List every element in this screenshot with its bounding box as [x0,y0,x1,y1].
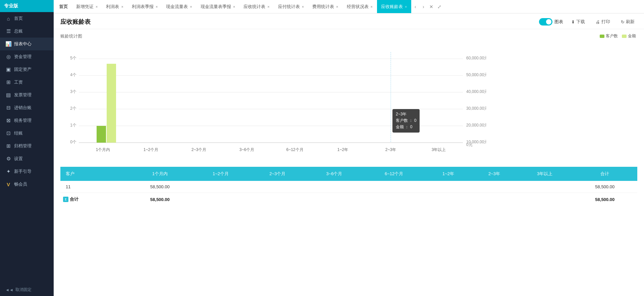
svg-text:3~6个月: 3~6个月 [239,147,254,152]
tab-prev-btn[interactable]: ‹ [411,3,419,11]
tfoot-3-6month [306,193,363,206]
svg-text:1个: 1个 [70,123,76,128]
sidebar-item-settings[interactable]: ⚙ 设置 [0,152,54,165]
svg-text:1~2年: 1~2年 [337,147,348,152]
tab-operation-close[interactable]: × [371,5,373,9]
table-header: 客户 1个月内 1~2个月 2~3个月 3~6个月 6~12个月 1~2年 2~… [60,167,637,181]
tab-expense[interactable]: 费用统计表 × [308,0,342,13]
tab-cashflow-close[interactable]: × [190,5,192,9]
sidebar-item-assets[interactable]: ▣ 固定资产 [0,63,54,76]
download-btn[interactable]: ⬇ 下载 [569,17,588,26]
legend-customer-label: 客户数 [606,33,618,39]
sidebar-item-reports[interactable]: 📊 报表中心 [0,38,54,50]
tab-cashflow-label: 现金流量表 [166,4,188,10]
total-icon: Σ [63,197,68,202]
tab-close-all-btn[interactable]: ✕ [427,3,435,11]
sidebar-item-vip[interactable]: V 畅会员 [0,178,54,191]
sidebar-item-funds[interactable]: ◎ 资金管理 [0,50,54,63]
tab-next-btn[interactable]: › [419,3,427,11]
sidebar-item-label: 总账 [14,28,23,34]
tfoot-6-12month [363,193,425,206]
td-2-3month [249,181,306,193]
sidebar-item-archive[interactable]: ⊞ 归档管理 [0,140,54,152]
tab-expand-btn[interactable]: ⤢ [435,3,443,11]
sidebar-item-label: 工资 [14,79,23,85]
download-icon: ⬇ [571,19,575,24]
tab-profit-close[interactable]: × [121,5,123,9]
td-1-2year [425,181,471,193]
tab-profit[interactable]: 利润表 × [102,0,127,13]
sidebar-item-guide[interactable]: ✦ 新手引导 [0,165,54,178]
refresh-btn[interactable]: ↻ 刷新 [618,17,637,26]
table-header-row: 客户 1个月内 1~2个月 2~3个月 3~6个月 6~12个月 1~2年 2~… [60,167,637,181]
tab-cashflow-quarter[interactable]: 现金流量表季报 × [197,0,239,13]
sidebar-item-label: 固定资产 [14,66,32,72]
tab-voucher-label: 新增凭证 [76,4,94,10]
sidebar-item-tax[interactable]: ⊠ 税务管理 [0,114,54,127]
tfoot-total: 58,500.00 [572,193,637,206]
svg-text:0元: 0元 [466,142,473,147]
sidebar-item-invoice[interactable]: ▤ 发票管理 [0,89,54,101]
tab-aging-close[interactable]: × [405,5,407,9]
tab-cashflow[interactable]: 现金流量表 × [162,0,196,13]
page-title: 应收账龄表 [60,18,91,26]
table-body: 11 58,500.00 58,500.00 [60,181,637,193]
tab-home[interactable]: 首页 [55,0,72,13]
sidebar-item-label: 畅会员 [14,181,27,187]
tab-home-label: 首页 [59,4,68,10]
sidebar-item-ledger[interactable]: ☰ 总账 [0,25,54,38]
tab-aging[interactable]: 应收账龄表 × [377,0,411,13]
tab-bar: 首页 新增凭证 × 利润表 × 利润表季报 × 现金流量表 × 现金流量表季报 … [54,0,644,13]
tab-payable[interactable]: 应付统计表 × [274,0,308,13]
th-6-12month: 6~12个月 [363,167,425,181]
tab-cashflow-quarter-close[interactable]: × [233,5,235,9]
sidebar-collapse-btn[interactable]: ◄◄ 取消固定 [0,284,54,296]
th-3-6month: 3~6个月 [306,167,363,181]
tab-profit-quarter[interactable]: 利润表季报 × [128,0,162,13]
print-btn[interactable]: 🖨 打印 [593,17,613,26]
tab-expense-close[interactable]: × [336,5,338,9]
chart-legend: 客户数 金额 [600,33,636,39]
guide-icon: ✦ [5,168,11,175]
legend-customer-color [600,35,604,38]
sidebar-item-label: 税务管理 [14,117,32,124]
chart-toggle[interactable] [539,18,552,26]
td-3-6month [306,181,363,193]
tab-receivable[interactable]: 应收统计表 × [239,0,274,13]
sidebar-item-label: 结账 [14,130,23,136]
tab-aging-label: 应收账龄表 [381,4,403,10]
sidebar-item-closing[interactable]: ⊡ 结账 [0,127,54,140]
svg-text:40,000.00元: 40,000.00元 [466,89,486,94]
sidebar-item-inventory[interactable]: ⊟ 进销台账 [0,101,54,114]
tab-receivable-close[interactable]: × [267,5,269,9]
page-content: 应收账龄表 图表 ⬇ 下载 🖨 打印 ↻ 刷新 [54,13,644,296]
table-footer-row: Σ 合计 58,500.00 58,500.00 [60,193,637,206]
tab-voucher[interactable]: 新增凭证 × [72,0,102,13]
tfoot-1month: 58,500.00 [127,193,192,206]
svg-text:1~2个月: 1~2个月 [144,147,158,152]
sidebar-item-label: 发票管理 [14,92,32,98]
chart-toggle-wrap: 图表 [539,18,563,26]
sidebar: 专业版 ⌂ 首页 ☰ 总账 📊 报表中心 ◎ 资金管理 ▣ 固定资产 ⊞ 工资 … [0,0,54,296]
tab-voucher-close[interactable]: × [96,5,98,9]
svg-text:2个: 2个 [70,106,76,111]
sidebar-item-home[interactable]: ⌂ 首页 [0,12,54,25]
td-1-2month [192,181,249,193]
sidebar-item-salary[interactable]: ⊞ 工资 [0,76,54,89]
tfoot-label-text: 合计 [70,196,78,202]
td-6-12month [363,181,425,193]
tab-profit-label: 利润表 [106,4,119,10]
tab-payable-close[interactable]: × [302,5,304,9]
table-footer: Σ 合计 58,500.00 58,500.00 [60,193,637,206]
tfoot-over3year [517,193,573,206]
svg-text:5个: 5个 [70,56,76,60]
th-2-3month: 2~3个月 [249,167,306,181]
tab-operation[interactable]: 经营状况表 × [343,0,377,13]
td-2-3year [471,181,517,193]
total-row-label: Σ 合计 [63,196,124,202]
chart-title: 账龄统计图 [60,33,637,39]
refresh-label: 刷新 [626,19,635,25]
svg-text:0个: 0个 [70,140,76,144]
sidebar-item-label: 资金管理 [14,54,32,60]
tab-profit-quarter-close[interactable]: × [156,5,158,9]
